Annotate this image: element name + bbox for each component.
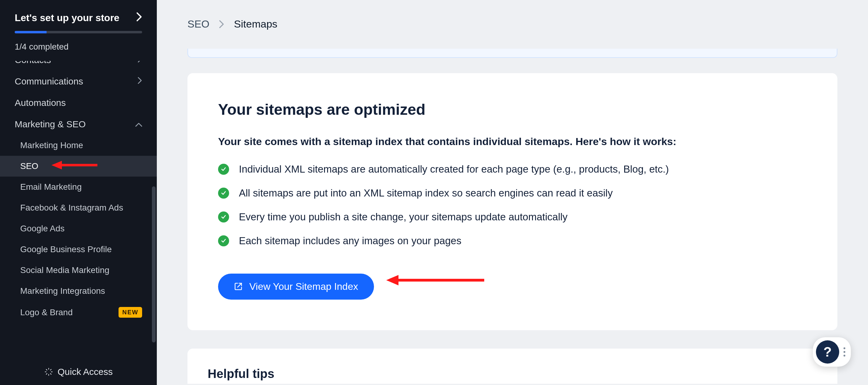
sidebar-sub-logo-brand[interactable]: Logo & Brand NEW <box>0 301 157 323</box>
more-vertical-icon <box>843 347 845 357</box>
sidebar-item-label: Marketing Integrations <box>20 286 105 296</box>
sidebar-item-label: Communications <box>15 76 83 87</box>
card-title: Your sitemaps are optimized <box>218 101 807 119</box>
helpful-tips-card: Helpful tips <box>187 349 837 384</box>
sidebar-sub-marketing-home[interactable]: Marketing Home <box>0 135 157 156</box>
help-icon: ? <box>816 340 839 363</box>
sidebar-item-marketing-seo[interactable]: Marketing & SEO <box>0 114 157 135</box>
sidebar-subnav-marketing: Marketing Home SEO Email Marketing <box>0 135 157 323</box>
sidebar-item-label: Google Ads <box>20 224 65 233</box>
check-circle-icon <box>218 235 229 246</box>
tips-title: Helpful tips <box>208 367 817 381</box>
view-sitemap-index-button[interactable]: View Your Sitemap Index <box>218 274 374 300</box>
list-item: Every time you publish a site change, yo… <box>218 211 807 223</box>
check-circle-icon <box>218 188 229 199</box>
quick-access-button[interactable]: Quick Access <box>0 358 157 385</box>
check-circle-icon <box>218 212 229 223</box>
main: SEO Sitemaps Your sitemaps are optimized… <box>157 0 868 385</box>
list-item-text: All sitemaps are put into an XML sitemap… <box>239 187 613 199</box>
sidebar: Let's set up your store 1/4 completed Co… <box>0 0 157 385</box>
chevron-right-icon <box>138 61 142 64</box>
list-item-text: Every time you publish a site change, yo… <box>239 211 567 223</box>
cta-label: View Your Sitemap Index <box>249 281 358 292</box>
sidebar-item-label: Automations <box>15 98 66 108</box>
sidebar-nav: Contacts Communications Automations Mark… <box>0 61 157 358</box>
sidebar-item-label: Facebook & Instagram Ads <box>20 203 123 213</box>
list-item-text: Each sitemap includes any images on your… <box>239 235 461 247</box>
list-item: Each sitemap includes any images on your… <box>218 235 807 247</box>
sidebar-item-label: Social Media Marketing <box>20 265 109 275</box>
breadcrumb-root[interactable]: SEO <box>187 18 210 30</box>
list-item: Individual XML sitemaps are automaticall… <box>218 163 807 175</box>
sitemaps-card: Your sitemaps are optimized Your site co… <box>187 73 837 330</box>
sidebar-sub-social-media-marketing[interactable]: Social Media Marketing <box>0 260 157 281</box>
sidebar-item-label: Google Business Profile <box>20 245 112 254</box>
new-badge: NEW <box>119 307 142 318</box>
list-item-text: Individual XML sitemaps are automaticall… <box>239 163 669 175</box>
sidebar-item-label: Marketing Home <box>20 140 83 150</box>
onboarding-progress <box>15 31 142 33</box>
breadcrumb-current: Sitemaps <box>234 18 278 30</box>
info-banner-sliver <box>187 49 837 58</box>
svg-marker-1 <box>52 161 62 169</box>
annotation-arrow-icon <box>52 159 97 173</box>
card-subtitle: Your site comes with a sitemap index tha… <box>218 136 807 148</box>
sitemap-checklist: Individual XML sitemaps are automaticall… <box>218 163 807 247</box>
onboarding-title: Let's set up your store <box>15 12 119 24</box>
breadcrumb: SEO Sitemaps <box>187 18 278 30</box>
sidebar-item-label: SEO <box>20 161 38 171</box>
chevron-right-icon <box>136 12 142 24</box>
quick-access-label: Quick Access <box>58 366 113 377</box>
sidebar-sub-marketing-integrations[interactable]: Marketing Integrations <box>0 281 157 301</box>
onboarding-block: Let's set up your store 1/4 completed <box>0 0 157 58</box>
external-link-icon <box>234 282 243 291</box>
chevron-up-icon <box>135 120 142 129</box>
sparkle-icon <box>44 367 53 377</box>
sidebar-item-contacts[interactable]: Contacts <box>0 61 157 71</box>
page-header: SEO Sitemaps <box>157 0 868 49</box>
check-circle-icon <box>218 164 229 175</box>
sidebar-sub-email-marketing[interactable]: Email Marketing <box>0 177 157 197</box>
sidebar-item-label: Email Marketing <box>20 182 82 192</box>
sidebar-sub-google-business-profile[interactable]: Google Business Profile <box>0 239 157 260</box>
onboarding-progress-text: 1/4 completed <box>15 42 142 52</box>
sidebar-item-label: Contacts <box>15 61 51 65</box>
sidebar-item-label: Marketing & SEO <box>15 119 86 129</box>
chevron-right-icon <box>219 20 224 28</box>
svg-marker-3 <box>386 275 399 286</box>
sidebar-sub-facebook-instagram-ads[interactable]: Facebook & Instagram Ads <box>0 197 157 218</box>
content-area: Your sitemaps are optimized Your site co… <box>157 49 868 385</box>
list-item: All sitemaps are put into an XML sitemap… <box>218 187 807 199</box>
sidebar-item-automations[interactable]: Automations <box>0 92 157 114</box>
sidebar-sub-seo[interactable]: SEO <box>0 156 157 177</box>
help-fab[interactable]: ? <box>813 337 851 366</box>
app-root: Let's set up your store 1/4 completed Co… <box>0 0 868 385</box>
sidebar-item-label: Logo & Brand <box>20 308 72 317</box>
sidebar-scrollbar[interactable] <box>152 186 156 343</box>
sidebar-sub-google-ads[interactable]: Google Ads <box>0 218 157 239</box>
chevron-right-icon <box>138 77 142 86</box>
onboarding-link[interactable]: Let's set up your store <box>15 12 142 24</box>
annotation-arrow-icon <box>386 273 484 289</box>
onboarding-progress-fill <box>15 31 46 33</box>
sidebar-item-communications[interactable]: Communications <box>0 71 157 92</box>
